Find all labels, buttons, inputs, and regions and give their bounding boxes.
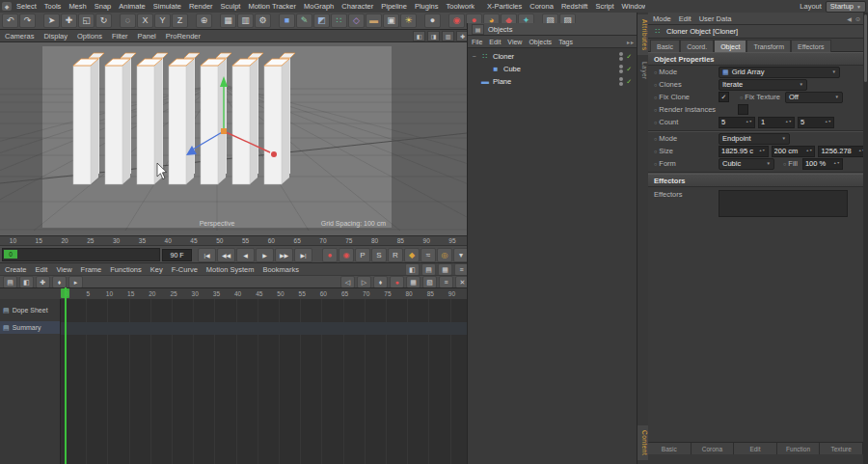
menubar-item[interactable]: Sculpt	[217, 2, 245, 11]
frame-slider[interactable]: 0	[2, 248, 160, 261]
size-y-field[interactable]: 200 cm▲▼	[772, 146, 816, 157]
spline-pen-icon[interactable]: ✎	[296, 14, 312, 28]
side-tab-content[interactable]: Content	[637, 425, 648, 460]
bottom-tab[interactable]: Basic	[648, 443, 692, 454]
size-z-field[interactable]: 1256.278▲▼	[818, 146, 868, 157]
deformer-icon[interactable]: ◇	[348, 14, 365, 28]
bottom-tab[interactable]: Edit	[734, 443, 777, 454]
render-picture-viewer-icon[interactable]: ▥	[237, 14, 254, 28]
lock-y-icon[interactable]: Y	[154, 14, 171, 28]
view-quad-icon[interactable]: ▥	[442, 31, 454, 41]
menubar-item[interactable]: Simulate	[149, 2, 185, 11]
bottom-tab[interactable]: Texture	[820, 443, 863, 454]
menubar-item[interactable]: Snap	[91, 2, 116, 11]
current-frame-handle[interactable]: 0	[4, 250, 17, 259]
camera-icon[interactable]: ▣	[383, 14, 399, 28]
anim-dot[interactable]: ○	[654, 136, 657, 142]
object-menu-item[interactable]: Objects	[529, 39, 552, 45]
menubar-item[interactable]: Redshift	[557, 2, 592, 11]
move-icon[interactable]: ✚	[61, 14, 77, 28]
menubar-item[interactable]: Toolwork	[443, 2, 479, 11]
count-y-field[interactable]: 1▲▼	[758, 117, 795, 128]
bottom-tab[interactable]: Corona	[692, 443, 735, 454]
enable-check-icon[interactable]: ✓	[626, 78, 632, 86]
anim-dot[interactable]: ○	[654, 69, 657, 75]
material-icon[interactable]: ●	[424, 14, 441, 28]
prev-key-button[interactable]: ◀◀	[217, 248, 235, 262]
timeline-menu-item[interactable]: Motion System	[206, 265, 255, 274]
key-pla-toggle[interactable]: ≈	[420, 248, 436, 262]
scrollbar-thumb[interactable]	[864, 14, 867, 82]
viewport-menu-item[interactable]: Filter	[112, 32, 128, 41]
viewport[interactable]: Perspective Grid Spacing: 100 cm	[0, 42, 467, 235]
attribute-menu-item[interactable]: User Data	[699, 14, 732, 23]
menubar-item[interactable]: Mesh	[65, 2, 90, 11]
light-icon[interactable]: ☀	[400, 14, 417, 28]
lock-icon[interactable]: ⊙	[855, 15, 860, 22]
render-instances-checkbox[interactable]	[738, 104, 748, 115]
menubar-item[interactable]: Select	[13, 2, 41, 11]
menubar-item[interactable]: Character	[338, 2, 377, 11]
menubar-item[interactable]: Tools	[41, 2, 66, 11]
visibility-dots[interactable]	[619, 77, 623, 86]
menubar-item[interactable]: Corona	[526, 2, 557, 11]
playhead-line[interactable]	[65, 287, 67, 464]
attribute-menu-item[interactable]: Edit	[679, 14, 692, 23]
tree-item-cube[interactable]: ■ Cube ✓	[468, 63, 637, 75]
timeline-menu-item[interactable]: View	[56, 265, 71, 274]
fill-field[interactable]: 100 %▲▼	[802, 158, 843, 170]
section-effectors[interactable]: Effectors	[648, 174, 868, 187]
bottom-tab[interactable]: Function	[777, 443, 821, 454]
record-button[interactable]: ●	[322, 248, 338, 262]
view-split-icon[interactable]: ◨	[427, 31, 440, 41]
count-z-field[interactable]: 5▲▼	[798, 117, 834, 128]
key-rotation-toggle[interactable]: R	[388, 248, 403, 262]
mode2-dropdown[interactable]: Endpoint▼	[719, 133, 790, 145]
menubar-item[interactable]: Render	[185, 2, 217, 11]
size-x-field[interactable]: 1825.95 c▲▼	[719, 146, 769, 157]
subdivision-surface-icon[interactable]: ◩	[313, 14, 330, 28]
attr-tab-basic[interactable]: Basic	[650, 40, 680, 52]
app-logo-icon[interactable]: ◆	[2, 2, 12, 11]
viewport-menu-item[interactable]: Display	[43, 32, 68, 41]
rotate-icon[interactable]: ↻	[95, 14, 112, 28]
object-menu-item[interactable]: Edit	[489, 39, 501, 45]
history-back-icon[interactable]: ◀	[847, 15, 852, 22]
render-view-icon[interactable]: ▦	[220, 14, 236, 28]
timeline-menu-item[interactable]: Edit	[36, 265, 48, 274]
timeline-menu-item[interactable]: Bookmarks	[262, 265, 299, 274]
object-menu-item[interactable]: Tags	[558, 39, 573, 45]
scrollbar[interactable]	[863, 13, 868, 464]
enable-check-icon[interactable]: ✓	[626, 53, 632, 61]
object-menu-item[interactable]: File	[472, 39, 482, 45]
render-settings-icon[interactable]: ⚙	[255, 14, 271, 28]
timeline-menu-item[interactable]: F-Curve	[172, 265, 198, 274]
goto-start-button[interactable]: |◀	[198, 248, 216, 262]
attr-tab-object[interactable]: Object	[714, 40, 746, 52]
menubar-item[interactable]: Animate	[115, 2, 149, 11]
section-object-properties[interactable]: Object Properties	[648, 52, 868, 66]
expander-icon[interactable]: −	[471, 53, 477, 60]
effectors-list[interactable]	[719, 190, 848, 217]
live-selection-icon[interactable]: ➤	[43, 14, 60, 28]
layout-dropdown[interactable]: Startup▼	[826, 1, 866, 13]
track-summary[interactable]: ▤ Summary	[0, 321, 60, 334]
redo-icon[interactable]: ↷	[19, 14, 36, 28]
play-button[interactable]: ▶	[256, 248, 274, 262]
dopesheet-ruler[interactable]: 051015202530354045505560657075808590	[0, 287, 467, 299]
panel-menu-icon[interactable]: ▤	[472, 24, 484, 35]
last-tool-icon[interactable]: ◌	[120, 14, 136, 28]
object-menu-item[interactable]: View	[507, 39, 522, 45]
timeline-menu-item[interactable]: Key	[150, 265, 163, 274]
timeline-menu-item[interactable]: Create	[5, 265, 27, 274]
menubar-item[interactable]: Motion Tracker	[244, 2, 300, 11]
viewport-menu-item[interactable]: Cameras	[5, 32, 34, 41]
anim-dot[interactable]: ○	[654, 161, 657, 167]
menubar-item[interactable]: X-Particles	[483, 2, 526, 11]
key-scale-toggle[interactable]: S	[371, 248, 387, 262]
viewport-menu-item[interactable]: Options	[77, 32, 102, 41]
count-x-field[interactable]: 5▲▼	[719, 117, 755, 128]
max-frame-field[interactable]: 90 F	[162, 249, 192, 261]
anim-dot[interactable]: ○	[654, 95, 657, 100]
visibility-dots[interactable]	[619, 65, 623, 73]
